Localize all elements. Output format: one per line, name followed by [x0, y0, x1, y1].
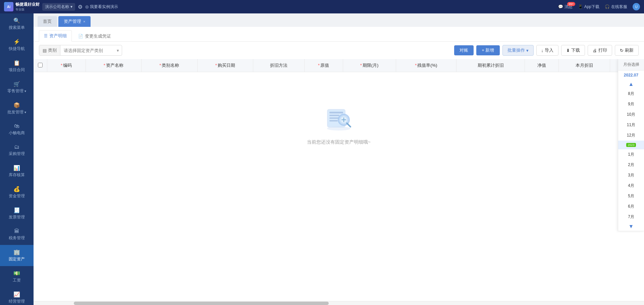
- scrollbar-thumb[interactable]: [74, 302, 329, 305]
- sidebar-item-retail[interactable]: 🛒 零售管理 ▾: [0, 77, 34, 98]
- import-button[interactable]: ↓ 导入: [536, 45, 559, 56]
- batch-button[interactable]: 批量操作 ▾: [502, 45, 534, 56]
- month-item-12[interactable]: 12月: [618, 130, 644, 141]
- sidebar-retail-label-row: 零售管理 ▾: [7, 88, 26, 94]
- empty-state: 当前您还没有固定资产明细哦~: [34, 72, 644, 172]
- sidebar-item-label: 资金管理: [9, 193, 25, 199]
- company-selector[interactable]: 演示公司名称 ▾: [42, 3, 75, 11]
- sidebar-item-purchase[interactable]: 🗂 采购管理: [0, 140, 34, 161]
- sidebar-item-ecommerce[interactable]: 🛍 小畅电商: [0, 119, 34, 140]
- refresh-button[interactable]: ↻ 刷新: [615, 45, 639, 56]
- svg-rect-4: [329, 115, 339, 116]
- month-item-2[interactable]: 2月: [618, 160, 644, 170]
- month-item-9[interactable]: 9月: [618, 99, 644, 109]
- sidebar-item-label: 采购管理: [9, 151, 25, 157]
- category-dropdown-icon[interactable]: ▾: [114, 46, 122, 55]
- month-item-4[interactable]: 4月: [618, 181, 644, 191]
- month-nav-up-button[interactable]: ▲: [618, 80, 644, 89]
- col-accumulated-depreciation: 期初累计折旧: [457, 59, 525, 72]
- app-download-button[interactable]: 📱 App下载: [578, 4, 599, 10]
- month-item-8[interactable]: 8月: [618, 89, 644, 99]
- toolbar-left: ▤ 类别 ▾: [39, 45, 122, 56]
- sidebar-item-quicknav[interactable]: ⚡ 快捷导航: [0, 35, 34, 56]
- sidebar-item-label: 小畅电商: [9, 130, 25, 136]
- sidebar-item-payroll[interactable]: 💵 工资: [0, 266, 34, 287]
- month-nav-down-button[interactable]: ▼: [618, 222, 644, 231]
- top-bar-left: Ai 畅捷通好业财 专业版 演示公司名称 ▾ ⚙ ◎ 我要看实例演示: [4, 2, 118, 12]
- col-net-value: 净值: [525, 59, 559, 72]
- download-button[interactable]: ⬇ 下载: [561, 45, 585, 56]
- month-item-6[interactable]: 6月: [618, 201, 644, 212]
- col-residual-rate: *残值率(%): [396, 59, 457, 72]
- import-icon: ↓: [541, 48, 544, 53]
- col-monthly-depreciation: 本月折旧: [559, 59, 610, 72]
- empty-text: 当前您还没有固定资产明细哦~: [307, 139, 371, 145]
- month-item-3[interactable]: 3月: [618, 170, 644, 181]
- tab-home-label: 首页: [43, 18, 52, 24]
- sidebar-item-tax[interactable]: 🏛 税务管理: [0, 224, 34, 245]
- sidebar-item-contract[interactable]: 📋 项目合同: [0, 56, 34, 77]
- sidebar-item-inventory[interactable]: 📊 库存核算: [0, 161, 34, 182]
- col-category: *类别名称: [142, 59, 198, 72]
- tax-icon: 🏛: [14, 228, 19, 234]
- tab-asset-mgmt-label: 资产管理: [64, 18, 81, 24]
- category-input[interactable]: [60, 46, 114, 55]
- horizontal-scrollbar[interactable]: [34, 301, 644, 305]
- settings-icon[interactable]: ⚙: [78, 4, 83, 10]
- fixedassets-icon: 🏢: [13, 249, 20, 255]
- month-item-2023-badge: 2023: [618, 141, 644, 149]
- sidebar-item-fixedassets[interactable]: 🏢 固定资产: [0, 245, 34, 266]
- demo-link[interactable]: ◎ 我要看实例演示: [85, 4, 118, 10]
- month-panel: 月份选择 2022.07 ▲ 8月 9月 10月 11月: [618, 59, 644, 231]
- sidebar: 🔍 搜索菜单 ⚡ 快捷导航 📋 项目合同 🛒 零售管理 ▾ 📦 批发管理 ▾: [0, 13, 34, 305]
- year-badge: 2023: [626, 143, 636, 147]
- table-header-row: *编码 *资产名称 *类别名称 *购买日期 折旧方法 *原值 *期限(月) *残…: [34, 59, 644, 72]
- tab-close-icon[interactable]: ×: [83, 19, 85, 23]
- sidebar-item-wholesale[interactable]: 📦 批发管理 ▾: [0, 98, 34, 119]
- mobile-icon: 📱: [578, 4, 583, 9]
- add-button[interactable]: + 新增: [476, 45, 499, 55]
- user-avatar[interactable]: U: [633, 3, 640, 10]
- col-name: *资产名称: [86, 59, 142, 72]
- col-checkbox: [34, 59, 47, 72]
- sidebar-item-label: 快捷导航: [9, 46, 25, 52]
- select-all-checkbox[interactable]: [38, 63, 43, 67]
- sub-tab-asset-detail[interactable]: ☰ 资产明细: [39, 30, 72, 42]
- tab-home[interactable]: 首页: [38, 16, 57, 27]
- empty-illustration: [319, 99, 359, 133]
- message-button[interactable]: 💬 消息 99+: [558, 4, 573, 10]
- sidebar-item-fund[interactable]: 💰 资金管理: [0, 182, 34, 203]
- refresh-label: 刷新: [625, 47, 634, 53]
- message-icon: 💬: [558, 4, 563, 9]
- online-service-button[interactable]: 🎧 在线客服: [605, 4, 627, 10]
- assets-table: *编码 *资产名称 *类别名称 *购买日期 折旧方法 *原值 *期限(月) *残…: [34, 59, 644, 172]
- sidebar-item-label: 经营管理: [9, 299, 25, 304]
- category-label-text: ▤ 类别: [39, 45, 60, 55]
- add-label: + 新增: [482, 47, 494, 53]
- sub-tab-change-voucher[interactable]: 📄 变更生成凭证: [73, 31, 116, 42]
- print-button[interactable]: 🖨 打印: [588, 45, 612, 56]
- quicknav-icon: ⚡: [13, 39, 20, 45]
- headphone-icon: 🎧: [605, 4, 610, 9]
- filter-icon: ▤: [43, 48, 47, 53]
- month-item-11[interactable]: 11月: [618, 120, 644, 130]
- sidebar-item-invoice[interactable]: 🧾 发票管理: [0, 203, 34, 224]
- month-item-7[interactable]: 7月: [618, 212, 644, 222]
- col-code: *编码: [47, 59, 86, 72]
- sidebar-item-label: 项目合同: [9, 67, 25, 73]
- month-item-10[interactable]: 10月: [618, 109, 644, 120]
- ecommerce-icon: 🛍: [14, 123, 19, 129]
- online-service-label: 在线客服: [611, 4, 627, 10]
- month-item-1[interactable]: 1月: [618, 149, 644, 160]
- top-bar-right: 💬 消息 99+ 📱 App下载 🎧 在线客服 U: [558, 3, 640, 10]
- toolbar-right: 对账 + 新增 批量操作 ▾ ↓ 导入 ⬇ 下载: [454, 45, 639, 56]
- sidebar-item-search[interactable]: 🔍 搜索菜单: [0, 13, 34, 35]
- current-month-display[interactable]: 2022.07: [618, 70, 644, 80]
- tab-asset-mgmt[interactable]: 资产管理 ×: [58, 16, 91, 27]
- inventory-icon: 📊: [13, 165, 20, 171]
- month-item-5[interactable]: 5月: [618, 191, 644, 201]
- sidebar-item-operations[interactable]: 📈 经营管理: [0, 287, 34, 305]
- reconcile-button[interactable]: 对账: [454, 45, 474, 55]
- download-icon: ⬇: [566, 48, 570, 53]
- reconcile-label: 对账: [460, 47, 468, 53]
